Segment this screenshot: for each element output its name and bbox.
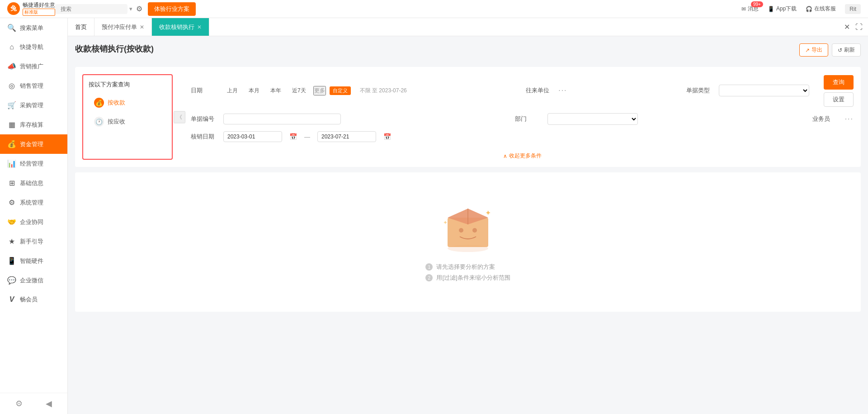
date-no-limit: 不限 至 2023-07-26 — [360, 87, 407, 95]
svg-text:✦: ✦ — [485, 209, 491, 217]
service-icon: 🎧 — [806, 6, 812, 12]
settings-button[interactable]: ⚙ — [14, 397, 24, 410]
export-label: 导出 — [811, 46, 822, 54]
tab-receipt-writeoff-close[interactable]: ✕ — [197, 24, 202, 30]
refresh-button[interactable]: ↺ 刷新 — [832, 43, 861, 57]
writeoff-date-end-input[interactable] — [317, 131, 376, 142]
brand-name: 畅捷通好生意 — [23, 2, 55, 8]
empty-state: ✦ ✦ 1 请先选择要分析的方案 2 用[过滤]条件来缩小分析范围 — [75, 172, 861, 312]
sidebar-item-search-menu[interactable]: 🔍 搜索菜单 — [0, 18, 67, 38]
sidebar-item-quick-nav[interactable]: ⌂ 快捷导航 — [0, 38, 67, 57]
svg-point-5 — [472, 228, 477, 233]
dept-select[interactable] — [547, 113, 638, 125]
sidebar-label-basic: 基础信息 — [20, 179, 43, 187]
sidebar-label-inventory: 库存核算 — [20, 121, 43, 129]
tab-prepay-close[interactable]: ✕ — [140, 24, 144, 30]
date-btn-this-year[interactable]: 本年 — [267, 86, 285, 96]
sidebar-item-basic[interactable]: ⊞ 基础信息 — [0, 173, 67, 193]
writeoff-date-start-input[interactable] — [223, 131, 282, 142]
solution-button[interactable]: 体验行业方案 — [148, 2, 196, 16]
bill-no-input[interactable] — [223, 114, 341, 124]
dept-label: 部门 — [515, 115, 540, 123]
empty-tip-1-text: 请先选择要分析的方案 — [436, 263, 495, 271]
sidebar-item-member[interactable]: V 畅会员 — [0, 290, 67, 309]
sidebar-item-sales[interactable]: ◎ 销售管理 — [0, 76, 67, 95]
expand-conditions: ∧ 收起更多条件 — [191, 152, 854, 160]
sidebar-label-wechat: 企业微信 — [20, 276, 43, 285]
sidebar-item-wechat[interactable]: 💬 企业微信 — [0, 271, 67, 290]
tab-home[interactable]: 首页 — [68, 18, 94, 36]
basic-icon: ⊞ — [7, 179, 16, 187]
bill-type-select[interactable] — [719, 85, 809, 96]
service-label: 在线客服 — [814, 5, 836, 13]
collapse-sidebar-button[interactable]: ◀ — [44, 397, 54, 410]
content-area: 首页 预付冲应付单 ✕ 收款核销执行 ✕ ✕ ⛶ 收款核销执行(按收款) ↗ — [68, 18, 868, 414]
sidebar-item-system[interactable]: ⚙ 系统管理 — [0, 193, 67, 212]
sidebar-item-marketing[interactable]: 📣 营销推广 — [0, 57, 67, 76]
sidebar-item-enterprise[interactable]: 🤝 企业协同 — [0, 212, 67, 232]
page-title: 收款核销执行(按收款) — [75, 43, 154, 54]
message-button[interactable]: ✉ 消息 99+ — [741, 5, 759, 13]
close-all-tabs-button[interactable]: ✕ — [842, 21, 852, 33]
tabs-right-buttons: ✕ ⛶ — [842, 21, 868, 33]
filter-option-by-receipt[interactable]: 💰 按收款 — [89, 94, 166, 111]
query-button[interactable]: 查询 — [824, 75, 854, 90]
tab-prepay[interactable]: 预付冲应付单 ✕ — [94, 18, 152, 36]
user-name: Rit — [849, 6, 856, 12]
tab-receipt-writeoff[interactable]: 收款核销执行 ✕ — [152, 18, 209, 36]
receivable-icon: 🕐 — [94, 117, 104, 127]
topbar-right: ✉ 消息 99+ 📱 App下载 🎧 在线客服 Rit — [741, 4, 861, 14]
calendar-end-icon[interactable]: 📅 — [383, 133, 391, 140]
sidebar-label-business: 经营管理 — [20, 160, 43, 168]
query-btn-group: 查询 设置 — [824, 74, 854, 107]
date-btn-last-month[interactable]: 上月 — [223, 86, 241, 96]
wechat-icon: 💬 — [7, 276, 16, 285]
online-service-button[interactable]: 🎧 在线客服 — [806, 5, 836, 13]
sidebar-label-guide: 新手引导 — [20, 238, 43, 246]
bill-no-label: 单据编号 — [191, 115, 216, 123]
tip-num-2: 2 — [425, 274, 433, 281]
sidebar-label-hardware: 智能硬件 — [20, 257, 43, 265]
expand-conditions-button[interactable]: ∧ 收起更多条件 — [503, 152, 542, 160]
filter-row-2: 单据编号 部门 业务员 ··· — [191, 113, 854, 125]
setting-button[interactable]: 设置 — [824, 92, 854, 107]
date-label: 日期 — [191, 86, 216, 95]
sidebar-item-inventory[interactable]: ▦ 库存核算 — [0, 115, 67, 134]
empty-tip-2-text: 用[过滤]条件来缩小分析范围 — [436, 274, 510, 282]
tab-home-label: 首页 — [75, 23, 87, 31]
expand-label: 收起更多条件 — [509, 152, 542, 160]
employee-label: 业务员 — [812, 115, 838, 123]
sidebar-label-purchase: 采购管理 — [20, 101, 43, 109]
filter-collapse-button[interactable]: 《 — [174, 111, 185, 123]
export-button[interactable]: ↗ 导出 — [799, 43, 828, 57]
partner-dots: ··· — [558, 86, 567, 95]
sidebar-item-business[interactable]: 📊 经营管理 — [0, 154, 67, 173]
page-top: 收款核销执行(按收款) ↗ 导出 ↺ 刷新 — [75, 43, 861, 62]
filter-option-by-receivable[interactable]: 🕐 按应收 — [89, 113, 166, 130]
export-icon: ↗ — [805, 47, 810, 53]
sidebar-item-hardware[interactable]: 📱 智能硬件 — [0, 251, 67, 271]
sidebar: 🔍 搜索菜单 ⌂ 快捷导航 📣 营销推广 ◎ 销售管理 🛒 采购管理 ▦ 库存核… — [0, 18, 68, 414]
filter-sidebar: 按以下方案查询 💰 按收款 🕐 按应收 — [82, 74, 173, 160]
date-btn-more[interactable]: 更多 — [313, 86, 326, 95]
date-btn-this-month[interactable]: 本月 — [245, 86, 263, 96]
tab-prepay-label: 预付冲应付单 — [102, 23, 137, 31]
user-menu[interactable]: Rit — [845, 4, 861, 14]
expand-tab-button[interactable]: ⛶ — [854, 21, 864, 33]
sidebar-item-purchase[interactable]: 🛒 采购管理 — [0, 95, 67, 115]
date-custom-badge[interactable]: 自定义 — [330, 86, 351, 95]
tab-receipt-writeoff-label: 收款核销执行 — [159, 23, 194, 31]
brand-tag: 标准版 — [23, 9, 55, 16]
app-download-button[interactable]: 📱 App下载 — [768, 5, 797, 13]
sidebar-item-guide[interactable]: ★ 新手引导 — [0, 232, 67, 251]
message-icon: ✉ — [741, 6, 746, 12]
search-icon: 🔍 — [7, 24, 16, 32]
gear-icon[interactable]: ⚙ — [136, 5, 142, 13]
chevron-down-icon[interactable]: ▾ — [129, 5, 132, 12]
search-input[interactable] — [55, 4, 127, 14]
date-btn-last-7-days[interactable]: 近7天 — [288, 86, 310, 96]
calendar-start-icon[interactable]: 📅 — [289, 133, 297, 140]
sidebar-item-capital[interactable]: 💰 资金管理 — [0, 134, 67, 154]
sidebar-label-search-menu: 搜索菜单 — [20, 24, 43, 32]
empty-content: ✦ ✦ 1 请先选择要分析的方案 2 用[过滤]条件来缩小分析范围 — [425, 200, 510, 285]
